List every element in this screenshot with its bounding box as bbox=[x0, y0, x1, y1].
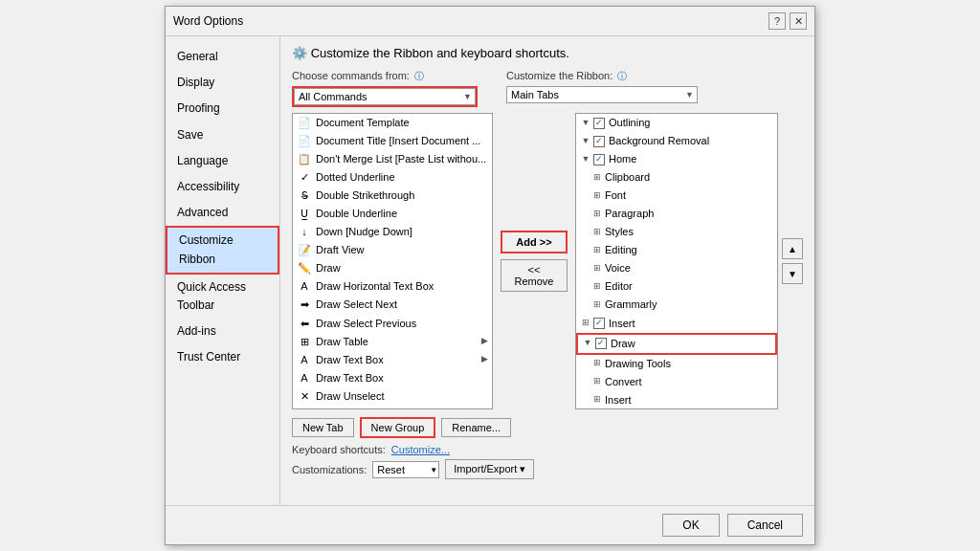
tree-item[interactable]: ⊞ Drawing Tools bbox=[576, 355, 777, 373]
item-icon: 📋 bbox=[297, 153, 312, 166]
list-item[interactable]: U̲Double Underline bbox=[293, 205, 492, 223]
rename-button[interactable]: Rename... bbox=[441, 418, 511, 437]
tree-item-home[interactable]: ▼ ✓ Home bbox=[576, 150, 777, 168]
expand-icon: ▼ bbox=[582, 338, 593, 349]
tree-item[interactable]: ⊞ Grammarly bbox=[576, 296, 777, 314]
tree-item[interactable]: ⊞ Voice bbox=[576, 259, 777, 277]
list-item[interactable]: ADraw Text Box▶ bbox=[293, 351, 492, 369]
list-item[interactable]: ↓Down [Nudge Down] bbox=[293, 223, 492, 241]
tree-item-insert[interactable]: ⊞ ✓ Insert bbox=[576, 315, 777, 333]
list-item[interactable]: ADraw Horizontal Text Box bbox=[293, 277, 492, 296]
tree-label: Styles bbox=[605, 224, 634, 240]
tree-item[interactable]: ⊞ Paragraph bbox=[576, 205, 777, 223]
list-item[interactable]: 📄Document Template bbox=[293, 114, 492, 132]
keyboard-shortcuts-label: Keyboard shortcuts: bbox=[292, 444, 386, 455]
ok-button[interactable]: OK bbox=[662, 514, 719, 537]
expand-icon: ⊞ bbox=[591, 281, 603, 293]
tree-label: Font bbox=[605, 187, 626, 204]
tree-item-font[interactable]: ⊞ Font bbox=[576, 187, 777, 205]
checkbox[interactable]: ✓ bbox=[595, 338, 607, 349]
list-item[interactable]: ADraw Vertical Text Box bbox=[293, 406, 492, 409]
checkbox[interactable]: ✓ bbox=[593, 136, 605, 147]
tree-item[interactable]: ⊞ Clipboard bbox=[576, 168, 777, 187]
list-item[interactable]: ✕Draw Unselect bbox=[293, 387, 492, 406]
dialog-title: Word Options bbox=[173, 14, 243, 28]
tree-item[interactable]: ▼ ✓ Outlining bbox=[576, 114, 777, 132]
item-icon: S̶ bbox=[297, 189, 312, 203]
remove-button[interactable]: << Remove bbox=[501, 259, 568, 292]
sidebar-item-save[interactable]: Save bbox=[166, 122, 279, 148]
right-panel-wrapper: ▼ ✓ Outlining ▼ ✓ Background Removal ▼ ✓ bbox=[575, 113, 803, 409]
customize-ribbon-group: Customize the Ribbon: ⓘ Main Tabs Tool T… bbox=[506, 70, 698, 107]
tree-item[interactable]: ⊞ Convert bbox=[576, 373, 777, 391]
tree-label: Editor bbox=[605, 278, 633, 295]
ribbon-dropdown-container: Main Tabs Tool Tabs All Tabs ▼ bbox=[506, 86, 698, 103]
expand-icon: ⊞ bbox=[591, 358, 603, 369]
checkbox[interactable]: ✓ bbox=[593, 318, 605, 329]
tree-item-draw[interactable]: ▼ ✓ Draw bbox=[576, 333, 777, 355]
list-item[interactable]: ✓Dotted Underline bbox=[293, 168, 492, 187]
import-export-button[interactable]: Import/Export ▾ bbox=[445, 459, 534, 479]
tree-label: Outlining bbox=[609, 115, 650, 131]
keyboard-customize-link[interactable]: Customize... bbox=[391, 444, 450, 455]
new-group-button[interactable]: New Group bbox=[360, 417, 436, 438]
sidebar-item-proofing[interactable]: Proofing bbox=[166, 96, 279, 121]
customize-ribbon-info-icon[interactable]: ⓘ bbox=[617, 71, 627, 81]
sidebar-item-display[interactable]: Display bbox=[166, 70, 279, 96]
sidebar-item-add-ins[interactable]: Add-ins bbox=[166, 319, 279, 344]
expand-icon: ⊞ bbox=[591, 190, 603, 202]
tree-label: Draw bbox=[611, 336, 635, 352]
list-item[interactable]: 📋Don't Merge List [Paste List withou... bbox=[293, 150, 492, 168]
item-icon: A bbox=[297, 408, 312, 409]
list-item[interactable]: ✏️Draw bbox=[293, 259, 492, 277]
sidebar-item-advanced[interactable]: Advanced bbox=[166, 200, 279, 226]
list-item[interactable]: 📄Document Title [Insert Document ... bbox=[293, 132, 492, 150]
list-item[interactable]: ➡Draw Select Next bbox=[293, 296, 492, 314]
sidebar-item-customize-ribbon[interactable]: Customize Ribbon bbox=[166, 226, 279, 274]
main-content: ⚙️ Customize the Ribbon and keyboard sho… bbox=[280, 36, 814, 505]
commands-dropdown[interactable]: All Commands Popular Commands Commands N… bbox=[294, 88, 476, 105]
help-button[interactable]: ? bbox=[768, 12, 786, 30]
move-up-button[interactable]: ▲ bbox=[782, 238, 803, 259]
list-item[interactable]: ADraw Text Box bbox=[293, 369, 492, 387]
cancel-button[interactable]: Cancel bbox=[727, 514, 803, 537]
sidebar-item-accessibility[interactable]: Accessibility bbox=[166, 174, 279, 200]
choose-commands-info-icon[interactable]: ⓘ bbox=[414, 71, 424, 81]
tree-item-editing[interactable]: ⊞ Editing bbox=[576, 241, 777, 259]
tree-label: Editing bbox=[605, 242, 637, 258]
list-item[interactable]: 📝Draft View bbox=[293, 241, 492, 259]
tree-item[interactable]: ⊞ Styles bbox=[576, 223, 777, 241]
tree-label: Home bbox=[609, 151, 636, 167]
expand-icon: ⊞ bbox=[591, 245, 603, 256]
item-icon: ⊞ bbox=[297, 335, 312, 348]
checkbox[interactable]: ✓ bbox=[593, 118, 605, 129]
ribbon-tree-panel[interactable]: ▼ ✓ Outlining ▼ ✓ Background Removal ▼ ✓ bbox=[575, 113, 778, 409]
expand-icon: ⊞ bbox=[591, 172, 603, 184]
close-button[interactable]: ✕ bbox=[790, 12, 807, 30]
commands-list-panel[interactable]: 📄Document Template 📄Document Title [Inse… bbox=[292, 113, 493, 409]
add-button[interactable]: Add >> bbox=[501, 231, 568, 253]
tree-item[interactable]: ⊞ Insert bbox=[576, 391, 777, 409]
new-tab-button[interactable]: New Tab bbox=[292, 418, 354, 437]
item-icon: 📝 bbox=[297, 244, 312, 257]
sidebar: General Display Proofing Save Language A… bbox=[166, 36, 280, 505]
sidebar-item-general[interactable]: General bbox=[166, 44, 279, 70]
list-item[interactable]: ⊞Draw Table▶ bbox=[293, 333, 492, 351]
list-item[interactable]: ⬅Draw Select Previous bbox=[293, 315, 492, 333]
sidebar-item-language[interactable]: Language bbox=[166, 148, 279, 174]
tree-item[interactable]: ⊞ Editor bbox=[576, 277, 777, 296]
move-down-button[interactable]: ▼ bbox=[782, 263, 803, 284]
title-bar: Word Options ? ✕ bbox=[166, 7, 814, 36]
ribbon-dropdown[interactable]: Main Tabs Tool Tabs All Tabs bbox=[506, 86, 698, 103]
reset-dropdown[interactable]: Reset Reset only selected Ribbon tab Res… bbox=[372, 461, 439, 478]
expand-icon: ⊞ bbox=[591, 394, 603, 406]
expand-icon: ⊞ bbox=[591, 299, 603, 311]
sidebar-item-quick-access-toolbar[interactable]: Quick Access Toolbar bbox=[166, 275, 279, 319]
tree-item-background-removal[interactable]: ▼ ✓ Background Removal bbox=[576, 132, 777, 150]
panels-area: 📄Document Template 📄Document Title [Inse… bbox=[292, 113, 803, 409]
tree-label: Paragraph bbox=[605, 206, 654, 222]
checkbox[interactable]: ✓ bbox=[593, 154, 605, 165]
sidebar-item-trust-center[interactable]: Trust Center bbox=[166, 344, 279, 370]
item-icon: 📄 bbox=[297, 135, 312, 148]
list-item[interactable]: S̶Double Strikethrough bbox=[293, 187, 492, 205]
